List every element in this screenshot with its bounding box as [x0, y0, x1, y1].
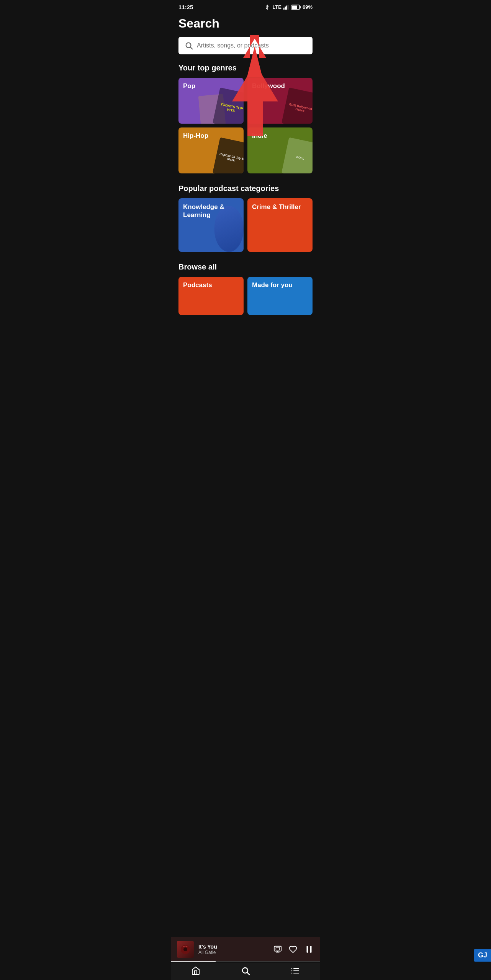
genre-card-bollywood[interactable]: Bollywood BDM Bollywood Dance — [247, 78, 313, 124]
nav-library[interactable] — [291, 966, 300, 975]
genre-label-pop: Pop — [183, 82, 195, 90]
podcast-label-knowledge: Knowledge & Learning — [183, 203, 239, 219]
podcast-label-crime: Crime & Thriller — [252, 203, 301, 211]
search-placeholder: Artists, songs, or podcasts — [197, 42, 269, 49]
svg-point-14 — [183, 947, 187, 951]
genre-card-hiphop[interactable]: Hip-Hop RapCav Lil Jay & 6lack — [178, 127, 244, 173]
podcast-section-title: Popular podcast categories — [178, 184, 313, 193]
podcast-categories-section: Popular podcast categories Knowledge & L… — [178, 184, 313, 252]
progress-fill — [171, 961, 216, 962]
podcast-card-knowledge[interactable]: Knowledge & Learning — [178, 198, 244, 252]
heart-icon[interactable] — [289, 945, 297, 954]
status-bar: 11:25 LTE 69% — [171, 0, 320, 13]
search-nav-icon — [241, 966, 250, 975]
podcast-card-crime[interactable]: Crime & Thriller — [247, 198, 313, 252]
signal-icon — [283, 5, 290, 10]
svg-rect-6 — [292, 5, 297, 9]
genre-card-indie[interactable]: Indie POLL — [247, 127, 313, 173]
now-playing-thumbnail — [177, 941, 194, 958]
svg-line-22 — [247, 973, 250, 975]
cast-icon[interactable] — [273, 945, 282, 954]
now-playing-controls[interactable] — [273, 944, 314, 954]
now-playing-info: It's You Ali Gatie — [198, 944, 269, 955]
status-icons: LTE 69% — [264, 4, 313, 10]
now-playing-title: It's You — [198, 944, 269, 950]
svg-rect-1 — [285, 7, 286, 10]
home-icon — [191, 966, 200, 975]
search-bar[interactable]: Artists, songs, or podcasts — [178, 37, 313, 54]
battery-icon — [291, 5, 301, 10]
svg-rect-16 — [276, 947, 279, 950]
page-content: Search Artists, songs, or podcasts — [171, 13, 320, 365]
pause-icon[interactable] — [304, 944, 314, 954]
genre-label-bollywood: Bollywood — [252, 82, 283, 90]
browse-label-podcasts: Podcasts — [183, 281, 212, 289]
browse-label-madeforyou: Made for you — [252, 281, 293, 289]
genres-section: Your top genres Pop TODAY'S TOP HITS Bol… — [178, 64, 313, 173]
svg-rect-19 — [307, 946, 308, 952]
genre-card-pop[interactable]: Pop TODAY'S TOP HITS — [178, 78, 244, 124]
now-playing-bar[interactable]: It's You Ali Gatie — [171, 937, 320, 962]
nav-home[interactable] — [191, 966, 200, 975]
genre-label-hiphop: Hip-Hop — [183, 132, 208, 140]
svg-rect-2 — [286, 5, 287, 10]
genre-label-indie: Indie — [252, 132, 267, 140]
svg-line-8 — [190, 47, 192, 49]
signal-lte: LTE — [272, 4, 282, 10]
svg-rect-0 — [283, 7, 285, 9]
bluetooth-icon — [264, 4, 270, 10]
page-title: Search — [178, 16, 313, 31]
now-playing-artist: Ali Gatie — [198, 950, 269, 955]
library-icon — [291, 966, 300, 975]
search-icon — [185, 41, 193, 50]
browse-card-podcasts[interactable]: Podcasts — [178, 277, 244, 315]
svg-rect-5 — [300, 6, 301, 8]
svg-rect-15 — [274, 946, 281, 951]
genre-grid: Pop TODAY'S TOP HITS Bollywood BDM Bolly… — [178, 78, 313, 173]
browse-card-madeforyou[interactable]: Made for you — [247, 277, 313, 315]
genres-section-title: Your top genres — [178, 64, 313, 72]
progress-bar — [171, 961, 320, 962]
browse-section-title: Browse all — [178, 263, 313, 271]
battery-percent: 69% — [303, 4, 313, 10]
album-art-icon — [180, 944, 191, 955]
status-time: 11:25 — [178, 4, 193, 10]
browse-grid: Podcasts Made for you — [178, 277, 313, 315]
svg-rect-3 — [288, 5, 289, 9]
podcast-grid: Knowledge & Learning Crime & Thriller — [178, 198, 313, 252]
svg-rect-20 — [310, 946, 311, 952]
nav-search[interactable] — [241, 966, 250, 975]
browse-all-section: Browse all Podcasts Made for you — [178, 263, 313, 315]
bottom-nav — [171, 963, 320, 980]
